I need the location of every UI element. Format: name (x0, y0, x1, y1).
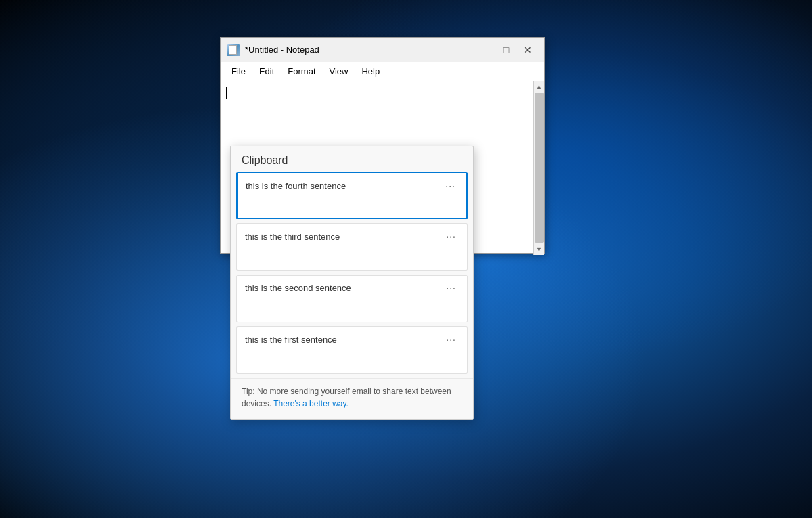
clipboard-item-2[interactable]: this is the third sentence ··· (236, 223, 468, 271)
clipboard-item-2-more[interactable]: ··· (443, 231, 459, 242)
clipboard-item-1-more[interactable]: ··· (443, 180, 458, 191)
menu-view[interactable]: View (324, 65, 354, 78)
scrollbar[interactable]: ▲ ▼ (533, 81, 544, 255)
scroll-up-arrow[interactable]: ▲ (534, 81, 545, 92)
clipboard-item-4-more[interactable]: ··· (443, 334, 459, 345)
clipboard-tip: Tip: No more sending yourself email to s… (231, 378, 473, 419)
clipboard-item-4-text: this is the first sentence (245, 334, 443, 346)
clipboard-item-1[interactable]: this is the fourth sentence ··· (236, 172, 468, 219)
clipboard-panel: Clipboard this is the fourth sentence ··… (230, 146, 474, 420)
clipboard-item-4[interactable]: this is the first sentence ··· (236, 326, 468, 374)
menu-edit[interactable]: Edit (254, 65, 279, 78)
clipboard-header: Clipboard (231, 146, 473, 172)
menu-file[interactable]: File (226, 65, 251, 78)
close-button[interactable]: ✕ (518, 43, 537, 57)
menu-format[interactable]: Format (282, 65, 321, 78)
menu-help[interactable]: Help (356, 65, 385, 78)
maximize-button[interactable]: □ (497, 43, 516, 57)
clipboard-item-2-text: this is the third sentence (245, 231, 443, 243)
title-bar: *Untitled - Notepad — □ ✕ (221, 38, 544, 62)
text-cursor (226, 87, 227, 99)
clipboard-item-3[interactable]: this is the second sentence ··· (236, 275, 468, 322)
clipboard-item-3-more[interactable]: ··· (443, 282, 459, 293)
minimize-button[interactable]: — (475, 43, 494, 57)
clipboard-item-3-text: this is the second sentence (245, 282, 443, 295)
window-controls: — □ ✕ (475, 43, 537, 57)
window-title: *Untitled - Notepad (245, 45, 475, 55)
menu-bar: File Edit Format View Help (221, 62, 544, 81)
tip-link[interactable]: There's a better way. (273, 399, 348, 408)
clipboard-item-1-text: this is the fourth sentence (246, 180, 443, 192)
scroll-thumb[interactable] (535, 93, 544, 243)
notepad-icon (227, 44, 240, 56)
scroll-down-arrow[interactable]: ▼ (534, 244, 545, 255)
clipboard-items-list: this is the fourth sentence ··· this is … (231, 172, 473, 378)
